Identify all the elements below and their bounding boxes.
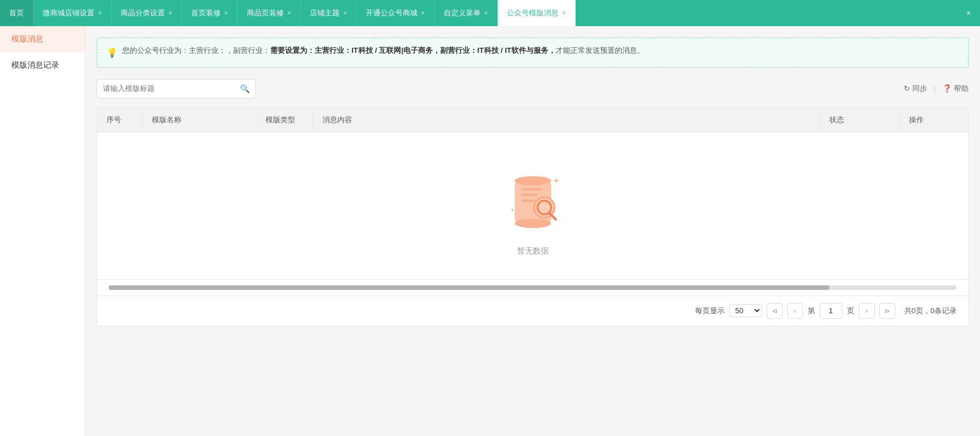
nav-tab-product-decor-label: 商品页装修	[247, 8, 284, 18]
svg-point-3	[515, 219, 551, 228]
nav-tab-template-msg-label: 公众号模版消息	[507, 8, 559, 18]
page-last-button[interactable]: ⊳	[879, 303, 895, 319]
empty-text: 暂无数据	[517, 246, 549, 256]
svg-rect-4	[522, 188, 541, 190]
notice-text: 您的公众号行业为：主营行业：，副营行业：需要设置为：主营行业：IT科技 / 互联…	[122, 45, 644, 57]
empty-illustration: ✦ ✦	[499, 167, 567, 235]
nav-tab-custom-menu-label: 自定义菜单	[444, 8, 481, 18]
pagination: 每页显示 50 10 20 100 ⊲ ‹ 第 页 › ⊳ 共0页，0条记录	[97, 296, 968, 326]
th-type: 模版类型	[257, 108, 313, 132]
main-content: 💡 您的公众号行业为：主营行业：，副营行业：需要设置为：主营行业：IT科技 / …	[85, 26, 980, 436]
search-bar: 🔍 ↻ 同步 | ❓ 帮助	[97, 79, 969, 98]
sidebar-item-template-record[interactable]: 模版消息记录	[0, 52, 85, 78]
notice-box: 💡 您的公众号行业为：主营行业：，副营行业：需要设置为：主营行业：IT科技 / …	[97, 38, 969, 68]
nav-tab-store-theme-label: 店铺主题	[310, 8, 340, 18]
empty-state: ✦ ✦ 暂无数据	[97, 132, 968, 279]
help-button[interactable]: ❓ 帮助	[942, 84, 969, 94]
nav-tab-home-label: 首页	[9, 8, 24, 18]
th-name: 模版名称	[143, 108, 257, 132]
close-all-button[interactable]: ×	[957, 9, 980, 18]
th-action: 操作	[900, 108, 968, 132]
nav-tab-shop-settings-label: 微商城店铺设置	[43, 8, 94, 18]
nav-tab-store-theme[interactable]: 店铺主题 ×	[301, 0, 357, 26]
close-shop-settings-icon[interactable]: ×	[98, 9, 102, 17]
page-number-input[interactable]	[820, 303, 842, 319]
nav-tab-custom-menu[interactable]: 自定义菜单 ×	[435, 0, 498, 26]
close-open-mall-icon[interactable]: ×	[421, 9, 425, 17]
page-first-button[interactable]: ⊲	[767, 303, 783, 319]
notice-icon: 💡	[106, 45, 118, 60]
sync-button[interactable]: ↻ 同步	[904, 84, 927, 94]
help-label: 帮助	[954, 84, 969, 94]
layout: 模版消息 模版消息记录 💡 您的公众号行业为：主营行业：，副营行业：需要设置为：…	[0, 26, 980, 436]
page-prev-button[interactable]: ‹	[787, 303, 803, 319]
notice-suffix: 才能正常发送预置的消息。	[556, 46, 644, 55]
svg-rect-5	[522, 194, 537, 196]
svg-text:✦: ✦	[553, 176, 560, 185]
page-label: 页	[847, 306, 854, 316]
notice-highlight: 需要设置为：主营行业：IT科技 / 互联网|电子商务，副营行业：IT科技 / I…	[270, 46, 556, 55]
sync-icon: ↻	[904, 84, 910, 93]
nav-tab-homepage-decor-label: 首页装修	[191, 8, 221, 18]
svg-point-2	[515, 176, 551, 185]
nav-tab-template-msg[interactable]: 公众号模版消息 ×	[498, 0, 576, 26]
close-product-category-icon[interactable]: ×	[168, 9, 172, 17]
nav-tab-product-category-label: 商品分类设置	[121, 8, 165, 18]
nav-tab-open-mall-label: 开通公众号商城	[366, 8, 417, 18]
nav-tab-product-category[interactable]: 商品分类设置 ×	[111, 0, 182, 26]
page-size-select[interactable]: 50 10 20 100	[729, 304, 762, 317]
sidebar-item-template-record-label: 模版消息记录	[11, 60, 59, 69]
nav-tab-home[interactable]: 首页	[0, 0, 34, 26]
close-template-msg-icon[interactable]: ×	[562, 9, 566, 17]
search-actions: ↻ 同步 | ❓ 帮助	[904, 84, 969, 94]
help-icon: ❓	[942, 84, 952, 93]
notice-prefix: 您的公众号行业为：主营行业：，副营行业：	[122, 46, 270, 55]
th-content: 消息内容	[313, 108, 820, 132]
sync-label: 同步	[912, 84, 927, 94]
table-wrap: 序号 模版名称 模版类型 消息内容 状态 操作	[97, 107, 969, 326]
nav-tab-homepage-decor[interactable]: 首页装修 ×	[182, 0, 238, 26]
close-custom-menu-icon[interactable]: ×	[484, 9, 488, 17]
page-di-label: 第	[808, 306, 815, 316]
search-icon-button[interactable]: 🔍	[240, 84, 250, 93]
sidebar: 模版消息 模版消息记录	[0, 26, 85, 436]
close-homepage-decor-icon[interactable]: ×	[224, 9, 228, 17]
table-header: 序号 模版名称 模版类型 消息内容 状态 操作	[97, 108, 968, 132]
close-product-decor-icon[interactable]: ×	[287, 9, 291, 17]
actions-divider: |	[934, 84, 936, 93]
page-size-label: 每页显示	[695, 306, 725, 316]
page-next-button[interactable]: ›	[859, 303, 875, 319]
scrollbar-row	[97, 279, 968, 296]
nav-tab-open-mall[interactable]: 开通公众号商城 ×	[357, 0, 435, 26]
th-status: 状态	[820, 108, 900, 132]
sidebar-item-template-msg[interactable]: 模版消息	[0, 26, 85, 52]
top-nav: 首页 微商城店铺设置 × 商品分类设置 × 首页装修 × 商品页装修 × 店铺主…	[0, 0, 980, 26]
scrollbar-track[interactable]	[109, 285, 957, 290]
nav-tab-shop-settings[interactable]: 微商城店铺设置 ×	[34, 0, 111, 26]
page-total-text: 共0页，0条记录	[904, 306, 957, 316]
scrollbar-thumb	[109, 285, 829, 290]
th-index: 序号	[97, 108, 143, 132]
search-input-wrap: 🔍	[97, 79, 256, 98]
close-store-theme-icon[interactable]: ×	[343, 9, 347, 17]
svg-text:✦: ✦	[510, 207, 515, 213]
nav-tab-product-decor[interactable]: 商品页装修 ×	[238, 0, 301, 26]
search-input[interactable]	[103, 84, 240, 93]
sidebar-item-template-msg-label: 模版消息	[11, 34, 43, 43]
